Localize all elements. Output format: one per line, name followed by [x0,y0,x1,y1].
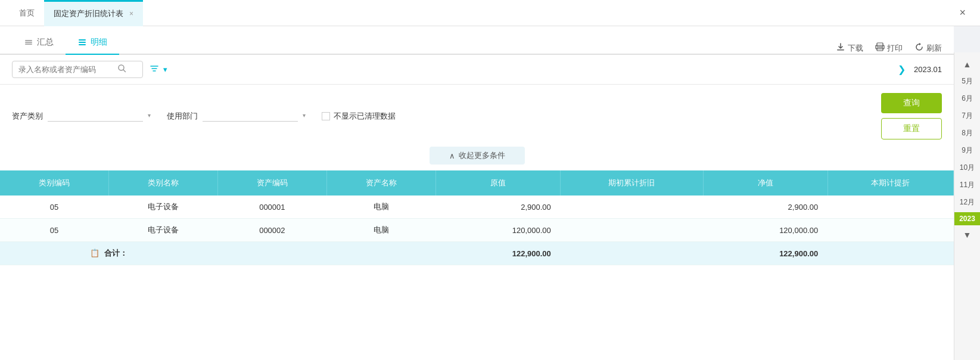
layers-icon [24,38,33,47]
sidebar-month-5[interactable]: 5月 [954,74,980,89]
sub-tab-bar: 汇总 明细 下载 [0,26,954,55]
svg-rect-2 [25,44,32,45]
department-arrow-icon: ▾ [303,112,306,119]
tab-close-icon[interactable]: × [129,10,133,18]
filter-icon [150,64,158,75]
tab-detail[interactable]: 明细 [66,31,119,55]
tab-label: 固定资产折旧统计表 [54,8,123,19]
sidebar-month-7[interactable]: 7月 [954,108,980,123]
chevron-down-icon: ▾ [163,65,167,74]
search-input[interactable] [18,65,114,74]
total-net-value: 122,900.00 [703,242,827,265]
date-nav-button[interactable]: ❯ [894,63,909,76]
cell-category-name: 电子设备 [108,195,217,219]
list-icon [77,38,87,47]
cell-accumulated-depreciation [561,195,703,219]
refresh-icon [914,42,924,54]
refresh-button[interactable]: 刷新 [914,42,942,54]
col-net-value: 净值 [703,170,827,195]
tab-summary[interactable]: 汇总 [12,31,66,55]
cell-net-value: 2,900.00 [703,195,827,219]
svg-rect-0 [25,40,32,41]
active-tab[interactable]: 固定资产折旧统计表 × [44,0,143,26]
hide-cleared-checkbox[interactable] [322,112,330,120]
cell-category-name: 电子设备 [108,219,217,242]
table-wrap: 类别编码 类别名称 资产编码 资产名称 原值 期初累计折旧 净值 本期计提折 0… [0,170,954,360]
svg-rect-5 [79,44,86,45]
data-table: 类别编码 类别名称 资产编码 资产名称 原值 期初累计折旧 净值 本期计提折 0… [0,170,954,265]
asset-category-filter: 资产类别 ▾ [12,111,143,122]
hide-cleared-label: 不显示已清理数据 [334,111,396,122]
sidebar-scroll-up-button[interactable]: ▲ [963,57,972,72]
department-input[interactable] [203,111,303,120]
sidebar-year-badge[interactable]: 2023 [954,212,980,225]
cell-current-depreciation [827,219,953,242]
tab-detail-label: 明细 [91,37,107,48]
svg-point-10 [882,46,883,48]
top-nav: 首页 固定资产折旧统计表 × × [0,0,980,26]
sidebar-month-8[interactable]: 8月 [954,126,980,141]
col-current-depreciation: 本期计提折 [827,170,953,195]
collapse-up-icon: ∧ [449,151,455,160]
calculator-icon: 📋 [90,249,99,257]
print-button[interactable]: 打印 [875,42,903,54]
filter-row: 资产类别 ▾ 使用部门 ▾ 不显示已清理数 [12,93,942,139]
download-label: 下载 [848,43,863,54]
collapse-button[interactable]: ∧ 收起更多条件 [430,147,525,165]
sidebar-month-12[interactable]: 12月 [954,195,980,210]
collapse-label: 收起更多条件 [459,150,505,161]
cell-asset-name: 电脑 [326,195,435,219]
reset-button[interactable]: 重置 [881,118,942,139]
window-close-button[interactable]: × [954,7,970,19]
cell-category-code: 05 [0,195,108,219]
search-input-wrap [12,61,143,78]
col-category-name: 类别名称 [108,170,217,195]
filter-area: 资产类别 ▾ 使用部门 ▾ 不显示已清理数 [0,85,954,139]
hide-cleared-filter: 不显示已清理数据 [322,111,396,122]
cell-asset-code: 000001 [217,195,326,219]
department-label: 使用部门 [167,111,198,122]
col-original-value: 原值 [436,170,561,195]
sidebar-month-9[interactable]: 9月 [954,143,980,158]
total-row: 📋 合计： 122,900.00 122,900.00 [0,242,954,265]
nav-right: × [954,7,970,19]
print-icon [875,42,885,54]
cell-original-value: 2,900.00 [436,195,561,219]
total-original-value: 122,900.00 [436,242,561,265]
cell-asset-code: 000002 [217,219,326,242]
search-icon[interactable] [117,64,127,75]
asset-category-select-wrap: ▾ [48,111,143,122]
search-bar: ▾ ❯ 2023.01 [0,55,954,85]
asset-category-arrow-icon: ▾ [148,112,151,119]
col-accumulated-depreciation: 期初累计折旧 [561,170,703,195]
sidebar-month-10[interactable]: 10月 [954,160,980,175]
download-button[interactable]: 下载 [836,42,863,54]
asset-category-input[interactable] [48,111,148,120]
cell-accumulated-depreciation [561,219,703,242]
table-row: 05 电子设备 000002 电脑 120,000.00 120,000.00 [0,219,954,242]
home-link[interactable]: 首页 [10,0,44,26]
svg-rect-4 [79,42,86,43]
svg-rect-1 [25,42,32,43]
more-conditions-button[interactable]: ▾ [150,64,167,75]
collapse-wrap: ∧ 收起更多条件 [0,139,954,170]
cell-category-code: 05 [0,219,108,242]
department-filter: 使用部门 ▾ [167,111,298,122]
right-sidebar: ▲ 5月 6月 7月 8月 9月 10月 11月 12月 2023 ▼ [954,52,980,360]
cell-current-depreciation [827,195,953,219]
sidebar-month-11[interactable]: 11月 [954,178,980,193]
query-button[interactable]: 查询 [881,93,942,113]
department-select-wrap: ▾ [203,111,298,122]
total-icon-cell: 📋 合计： [0,242,217,265]
col-category-code: 类别编码 [0,170,108,195]
cell-asset-name: 电脑 [326,219,435,242]
svg-rect-6 [837,49,844,51]
print-label: 打印 [887,43,903,54]
toolbar: 下载 打印 [836,42,942,54]
col-asset-code: 资产编码 [217,170,326,195]
cell-original-value: 120,000.00 [436,219,561,242]
sidebar-month-6[interactable]: 6月 [954,91,980,106]
date-label: 2023.01 [914,65,942,74]
download-icon [836,42,845,54]
sidebar-scroll-down-button[interactable]: ▼ [963,228,972,242]
